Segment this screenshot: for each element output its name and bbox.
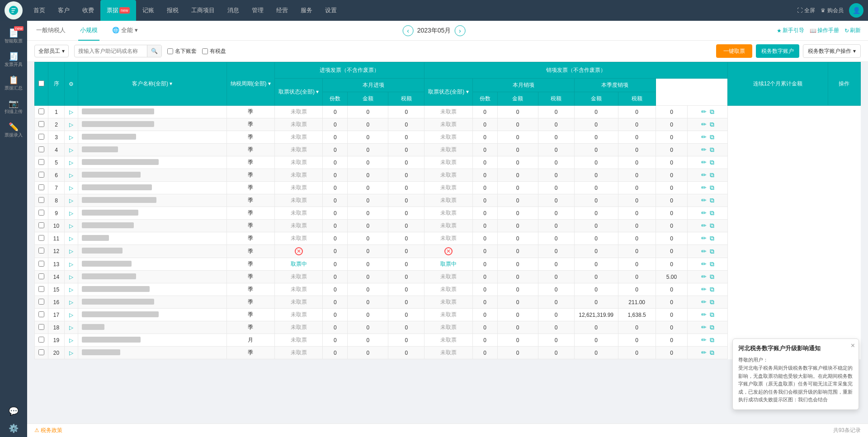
nav-settings[interactable]: 设置	[319, 0, 343, 21]
row-checkbox[interactable]	[38, 210, 44, 216]
row-expand[interactable]: ▷	[65, 106, 78, 118]
taxbox-checkbox[interactable]	[202, 48, 208, 54]
row-expand[interactable]: ▷	[65, 347, 78, 359]
one-click-fetch-btn[interactable]: 一键取票	[716, 44, 752, 58]
nav-message[interactable]: 消息	[221, 0, 245, 21]
row-checkbox[interactable]	[38, 235, 44, 241]
row-checkbox[interactable]	[38, 286, 44, 292]
row-customer-name[interactable]	[78, 309, 227, 321]
sidebar-item-invoice-entry[interactable]: ✏️ 票据录入	[0, 118, 27, 142]
row-customer-name[interactable]	[78, 194, 227, 207]
tab-general-taxpayer[interactable]: 一般纳税人	[34, 21, 67, 41]
sidebar-item-settings[interactable]: ⚙️	[0, 420, 27, 437]
row-customer-name[interactable]	[78, 232, 227, 245]
row-checkbox[interactable]	[38, 184, 44, 190]
edit-action-btn[interactable]: ✏	[701, 260, 707, 268]
tab-small-scale[interactable]: 小规模	[78, 21, 99, 41]
edit-action-btn[interactable]: ✏	[701, 286, 707, 293]
nav-service[interactable]: 服务	[294, 0, 319, 21]
tax-digital-account-btn[interactable]: 税务数字账户	[756, 44, 799, 58]
copy-action-btn[interactable]: ⧉	[710, 146, 714, 153]
row-checkbox[interactable]	[38, 299, 44, 305]
row-checkbox[interactable]	[38, 134, 44, 140]
row-expand[interactable]: ▷	[65, 118, 78, 131]
row-checkbox[interactable]	[38, 108, 44, 114]
edit-action-btn[interactable]: ✏	[701, 311, 707, 318]
row-expand[interactable]: ▷	[65, 182, 78, 194]
copy-action-btn[interactable]: ⧉	[710, 108, 714, 115]
row-checkbox[interactable]	[38, 248, 44, 254]
edit-action-btn[interactable]: ✏	[701, 159, 707, 166]
sidebar-item-invoice-open[interactable]: 🧾 发票开具	[0, 48, 27, 71]
nav-home[interactable]: 首页	[27, 0, 52, 21]
nav-business[interactable]: 工商项目	[185, 0, 221, 21]
th-settings[interactable]: ⚙	[65, 62, 78, 106]
copy-action-btn[interactable]: ⧉	[710, 349, 714, 356]
search-input[interactable]	[75, 48, 147, 54]
edit-action-btn[interactable]: ✏	[701, 248, 707, 255]
copy-action-btn[interactable]: ⧉	[710, 286, 714, 293]
row-checkbox[interactable]	[38, 337, 44, 343]
row-expand[interactable]: ▷	[65, 271, 78, 283]
row-expand[interactable]: ▷	[65, 296, 78, 309]
sidebar-item-invoice-summary[interactable]: 📋 票据汇总	[0, 71, 27, 95]
edit-action-btn[interactable]: ✏	[701, 197, 707, 204]
tab-all[interactable]: 🌐 全能 ▾	[110, 21, 140, 41]
new-guide-link[interactable]: ★ 新手引导	[777, 27, 804, 34]
nav-invoice[interactable]: 票据 new	[100, 0, 136, 21]
tax-policy-link[interactable]: ⚠ 税务政策	[34, 427, 62, 434]
edit-action-btn[interactable]: ✏	[701, 121, 707, 128]
copy-action-btn[interactable]: ⧉	[710, 248, 714, 255]
row-customer-name[interactable]	[78, 169, 227, 182]
edit-action-btn[interactable]: ✏	[701, 146, 707, 153]
copy-action-btn[interactable]: ⧉	[710, 159, 714, 166]
sidebar-item-smart-ticket[interactable]: 📄 new 智能取票	[0, 24, 27, 48]
row-checkbox[interactable]	[38, 349, 44, 355]
copy-action-btn[interactable]: ⧉	[710, 311, 714, 318]
th-in-fetch-status[interactable]: 取票状态(全部) ▾	[274, 79, 322, 106]
copy-action-btn[interactable]: ⧉	[710, 209, 714, 216]
row-checkbox[interactable]	[38, 261, 44, 267]
row-expand[interactable]: ▷	[65, 232, 78, 245]
row-expand[interactable]: ▷	[65, 194, 78, 207]
row-checkbox[interactable]	[38, 324, 44, 330]
copy-action-btn[interactable]: ⧉	[710, 121, 714, 128]
nav-tax[interactable]: 报税	[160, 0, 185, 21]
nav-accounting[interactable]: 记账	[136, 0, 160, 21]
row-customer-name[interactable]	[78, 207, 227, 220]
row-customer-name[interactable]	[78, 271, 227, 283]
edit-action-btn[interactable]: ✏	[701, 324, 707, 331]
sidebar-item-message[interactable]: 💬	[0, 403, 27, 420]
edit-action-btn[interactable]: ✏	[701, 133, 707, 141]
row-checkbox[interactable]	[38, 146, 44, 152]
row-customer-name[interactable]	[78, 220, 227, 232]
row-customer-name[interactable]	[78, 106, 227, 118]
row-customer-name[interactable]	[78, 245, 227, 258]
edit-action-btn[interactable]: ✏	[701, 349, 707, 356]
row-checkbox[interactable]	[38, 121, 44, 127]
nav-manage[interactable]: 管理	[245, 0, 270, 21]
copy-action-btn[interactable]: ⧉	[710, 235, 714, 242]
row-customer-name[interactable]	[78, 283, 227, 296]
edit-action-btn[interactable]: ✏	[701, 336, 707, 343]
row-expand[interactable]: ▷	[65, 156, 78, 169]
nav-customer[interactable]: 客户	[52, 0, 76, 21]
taxbox-checkbox-label[interactable]: 有税盘	[202, 47, 226, 55]
th-tax-period[interactable]: 纳税周期(全部) ▾	[226, 62, 274, 106]
edit-action-btn[interactable]: ✏	[701, 108, 707, 115]
row-customer-name[interactable]	[78, 156, 227, 169]
row-customer-name[interactable]	[78, 118, 227, 131]
refresh-link[interactable]: ↻ 刷新	[844, 27, 861, 34]
manual-link[interactable]: 📖 操作手册	[810, 27, 839, 34]
row-expand[interactable]: ▷	[65, 144, 78, 156]
employee-select[interactable]: 全部员工 ▾	[34, 45, 69, 57]
row-customer-name[interactable]	[78, 144, 227, 156]
edit-action-btn[interactable]: ✏	[701, 235, 707, 242]
edit-action-btn[interactable]: ✏	[701, 209, 707, 216]
row-expand[interactable]: ▷	[65, 169, 78, 182]
copy-action-btn[interactable]: ⧉	[710, 324, 714, 331]
row-customer-name[interactable]	[78, 296, 227, 309]
select-all-checkbox[interactable]	[38, 80, 44, 86]
accounts-checkbox-label[interactable]: 名下账套	[167, 47, 197, 55]
row-checkbox[interactable]	[38, 197, 44, 203]
